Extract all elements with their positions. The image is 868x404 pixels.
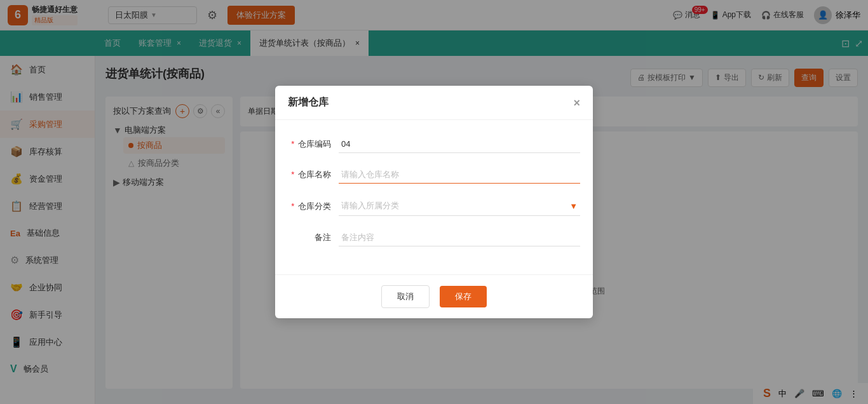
name-label: * 仓库名称: [288, 169, 339, 180]
new-warehouse-dialog: 新增仓库 × * 仓库编码 * 仓库名称: [275, 86, 593, 318]
dialog-header: 新增仓库 ×: [275, 86, 593, 120]
note-input[interactable]: [339, 229, 580, 246]
category-placeholder: 请输入所属分类: [341, 200, 399, 212]
cancel-button[interactable]: 取消: [381, 285, 430, 308]
name-form-row: * 仓库名称: [288, 166, 580, 184]
modal-overlay[interactable]: 新增仓库 × * 仓库编码 * 仓库名称: [0, 0, 868, 404]
save-button[interactable]: 保存: [440, 286, 487, 307]
note-form-row: 备注: [288, 229, 580, 246]
note-label: 备注: [288, 232, 339, 243]
code-label: * 仓库编码: [288, 138, 339, 150]
name-input[interactable]: [339, 166, 580, 184]
category-form-row: * 仓库分类 请输入所属分类 ▼: [288, 196, 580, 216]
code-form-row: * 仓库编码: [288, 135, 580, 153]
category-label: * 仓库分类: [288, 201, 339, 212]
dialog-close-button[interactable]: ×: [573, 97, 580, 109]
dialog-footer: 取消 保存: [275, 274, 593, 318]
chevron-category-icon: ▼: [569, 201, 578, 211]
category-select[interactable]: 请输入所属分类 ▼: [339, 196, 580, 216]
dialog-body: * 仓库编码 * 仓库名称 * 仓库分类 请输入所属: [275, 120, 593, 274]
dialog-title: 新增仓库: [288, 96, 329, 109]
code-input[interactable]: [339, 135, 580, 153]
